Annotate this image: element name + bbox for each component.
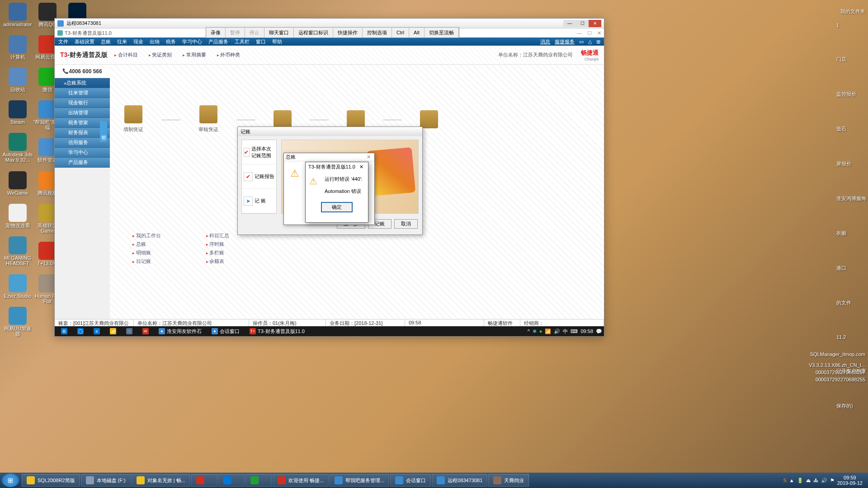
host-taskbar-item[interactable] [218, 474, 245, 487]
remote-tool-button[interactable]: 录像 [206, 28, 226, 38]
sidebar-item[interactable]: 产品服务 [55, 158, 110, 168]
wf-icon-4[interactable] [347, 110, 365, 128]
remote-tool-button[interactable]: 停止 [245, 28, 264, 38]
desktop-icon[interactable]: Steam [2, 100, 33, 125]
remote-tool-button[interactable]: 控制选项 [363, 28, 392, 38]
menu-item[interactable]: 现金 [133, 38, 143, 45]
remote-tool-button[interactable]: Alt [409, 28, 425, 38]
menu-item[interactable]: 学习中心 [182, 38, 202, 45]
ok-button[interactable]: 确定 [321, 202, 353, 212]
start-button[interactable]: ⊞ [2, 474, 19, 487]
app-maximize[interactable]: ☐ [587, 30, 592, 36]
taskbar-item[interactable]: ◯ [73, 327, 88, 335]
tray-network-icon[interactable]: 🖧 [813, 478, 818, 483]
desktop-label[interactable]: 屏报价 [836, 160, 866, 167]
taskbar-item[interactable]: ⊞ [57, 327, 72, 335]
header-link[interactable]: 会计科目 [114, 52, 138, 58]
help-tab[interactable]: 帮 [100, 121, 107, 142]
tray-up-icon[interactable]: ^ [528, 328, 530, 334]
wf-icon-5[interactable] [420, 110, 438, 128]
taskbar-item[interactable]: e [89, 327, 104, 335]
desktop-label[interactable]: 的文件 [836, 300, 866, 306]
tray-icon[interactable]: ● [539, 328, 542, 334]
tray-lang[interactable]: 中 [563, 328, 568, 335]
sidebar-item[interactable]: 往来管理 [55, 88, 110, 98]
app-minimize[interactable]: — [577, 30, 582, 36]
host-taskbar-item[interactable]: 本地磁盘 (F:) [81, 474, 131, 487]
posting-dialog-title[interactable]: 记账 [238, 127, 422, 136]
host-taskbar-item[interactable]: 对象名无效 | 畅... [132, 474, 190, 487]
close-button[interactable]: ✕ [589, 20, 601, 27]
remote-tool-button[interactable]: 远程窗口标识 [294, 28, 333, 38]
ledger-dialog-titlebar[interactable]: 总账 ✕ [284, 153, 374, 161]
menu-item[interactable]: 产品服务 [208, 38, 228, 45]
taskbar-item[interactable]: ●会话窗口 [207, 327, 244, 335]
desktop-icon[interactable]: 回收站 [2, 68, 33, 92]
tray-icon[interactable]: ✱ [533, 328, 537, 334]
quick-link[interactable]: 序时账 [206, 241, 230, 248]
remote-tool-button[interactable]: Ctrl [392, 28, 409, 38]
remote-tool-button[interactable]: 暂停 [226, 28, 245, 38]
tray-up-icon[interactable]: ▲ [789, 478, 794, 483]
tray-keyboard-icon[interactable]: ⌨ [571, 328, 578, 334]
host-taskbar-item[interactable]: 会话窗口 [390, 474, 431, 487]
sidebar-item[interactable]: 学习中心 [55, 148, 110, 158]
quick-link[interactable]: 多栏账 [206, 249, 230, 256]
menu-item[interactable]: 基础设置 [75, 38, 94, 45]
host-taskbar-item[interactable]: 帮我吧服务管理... [330, 474, 389, 487]
taskbar-item[interactable]: ✉ [138, 327, 153, 335]
desktop-label[interactable]: 11.2 [836, 334, 866, 340]
desktop-icon[interactable]: MI GAMING HEADSET [2, 236, 33, 266]
close-icon[interactable]: ✕ [364, 154, 373, 160]
menu-icon-3[interactable]: ⊞ [596, 39, 600, 45]
desktop-icon[interactable]: WeGame [2, 171, 33, 196]
tray-sound-icon[interactable]: 🔊 [554, 328, 560, 334]
menu-link-svc[interactable]: 服捷服务 [555, 38, 575, 45]
wf-icon-3[interactable] [274, 110, 292, 128]
tray-wifi-icon[interactable]: 📶 [545, 328, 551, 334]
link-group-title[interactable]: 科目汇总 [206, 232, 230, 239]
quick-link[interactable]: 总账 [132, 241, 161, 248]
desktop-label[interactable]: 淮安鸿博服饰 [836, 195, 866, 202]
step-3[interactable]: ➤记 账 [242, 189, 276, 213]
desktop-label[interactable]: 1 [836, 23, 866, 28]
quick-link[interactable]: 明细账 [132, 249, 161, 256]
desktop-icon[interactable]: 网易UU加速器 [2, 307, 33, 337]
menu-item[interactable]: 文件 [58, 38, 68, 45]
sidebar-item[interactable]: 总账系统 [55, 78, 110, 88]
wf-step-2[interactable]: 审核凭证 [198, 105, 218, 133]
minimize-button[interactable]: — [563, 20, 576, 27]
error-dialog-titlebar[interactable]: T3-财务通普及版11.0 ✕ [306, 162, 368, 171]
maximize-button[interactable]: ☐ [576, 20, 589, 27]
desktop-icon[interactable]: Ezviz Studio [2, 274, 33, 299]
tray-notif-icon[interactable]: 💬 [596, 328, 602, 334]
desktop-icon[interactable]: administrator [2, 3, 33, 27]
tray-icon[interactable]: ⏏ [806, 478, 811, 483]
desktop-label[interactable]: 监控报价 [836, 91, 866, 98]
desktop-label[interactable]: 萤石 [836, 126, 866, 132]
tray-icon[interactable]: 🔋 [797, 478, 803, 483]
wf-step-1[interactable]: 填制凭证 [123, 105, 143, 133]
cancel-button[interactable]: 取消 [394, 219, 418, 229]
quick-link[interactable]: 日记账 [132, 258, 161, 265]
menu-item[interactable]: 出纳 [150, 38, 160, 45]
host-taskbar-item[interactable]: 欢迎使用 畅捷... [273, 474, 329, 487]
header-link[interactable]: 常用摘要 [183, 52, 206, 58]
host-taskbar-item[interactable]: 天裔鸽业 [488, 474, 529, 487]
desktop-icon[interactable]: 宠物连连看 [2, 204, 33, 228]
taskbar-item[interactable]: T+T3-财务通普及版11.0 [245, 327, 309, 335]
desktop-label[interactable]: 门店 [836, 56, 866, 63]
tray-icon[interactable]: S [783, 478, 786, 483]
step-1[interactable]: ✔选择本次记账范围 [242, 140, 276, 164]
menu-icon-1[interactable]: ▭ [579, 39, 584, 45]
desktop-label[interactable]: 保存的) [836, 403, 866, 409]
menu-item[interactable]: 往来 [117, 38, 127, 45]
host-taskbar-item[interactable] [191, 474, 217, 487]
desktop-label[interactable]: 港口 [836, 265, 866, 272]
host-taskbar-item[interactable]: 远程083473081 [432, 474, 487, 487]
tray-flag-icon[interactable]: ⚑ [830, 478, 835, 483]
menu-item[interactable]: 帮助 [272, 38, 282, 45]
step-2[interactable]: ✔记账报告 [242, 164, 276, 189]
menu-icon-2[interactable]: △ [588, 39, 592, 45]
close-icon[interactable]: ✕ [358, 164, 365, 170]
